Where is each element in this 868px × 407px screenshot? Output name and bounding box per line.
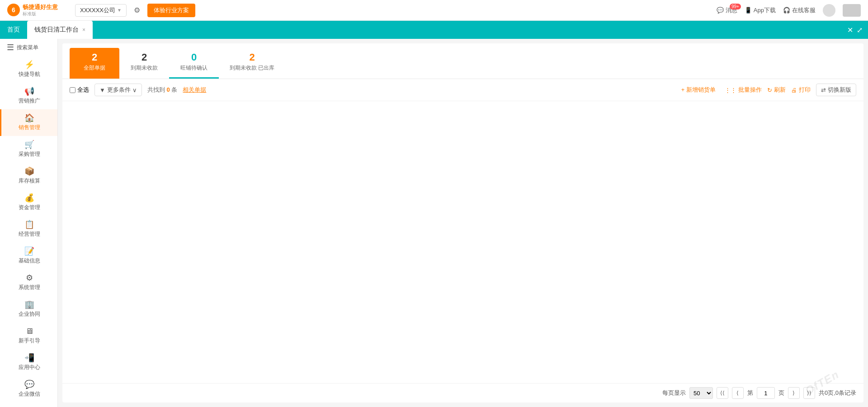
main-layout: ☰ 搜索菜单 ⚡ 快捷导航 📢 营销推广 🏠 销售管理 🛒 采购管理 📦 库存核…: [0, 39, 868, 407]
settings-icon[interactable]: ⚙: [130, 4, 144, 17]
batch-label: 批量操作: [738, 86, 762, 94]
logo-icon: 6: [7, 4, 20, 16]
print-label: 打印: [799, 86, 811, 94]
logo-area: 6 畅捷通好生意 标准版: [7, 4, 58, 17]
toolbar-right: + 新增销货单 ⋮⋮ 批量操作 ↻ 刷新 🖨 打印 ⇄: [678, 84, 856, 96]
guide-icon: 🖥: [25, 327, 33, 335]
tab-close-window-icon[interactable]: ✕: [847, 26, 853, 34]
sidebar-item-enterprise[interactable]: 🏢 企业协同: [0, 296, 57, 323]
result-prefix: 共找到: [147, 86, 165, 93]
top-header: 6 畅捷通好生意 标准版 XXXXXX公司 ▼ ⚙ 体验行业方案 💬 消息 99…: [0, 0, 868, 21]
company-selector[interactable]: XXXXXX公司 ▼: [75, 4, 127, 17]
per-page-select[interactable]: 20 50 100 200: [689, 387, 713, 399]
stat-number-overdue: 2: [142, 51, 147, 63]
current-page-input[interactable]: [757, 387, 775, 399]
last-page-button[interactable]: ⟩⟩: [803, 387, 815, 399]
sidebar-item-quick-nav[interactable]: ⚡ 快捷导航: [0, 56, 57, 83]
result-text: 共找到 0 条: [147, 86, 177, 94]
sidebar-label-search: 搜索菜单: [17, 44, 38, 51]
sidebar-item-purchase[interactable]: 🛒 采购管理: [0, 136, 57, 163]
first-page-button[interactable]: ⟨⟨: [717, 387, 728, 399]
sidebar-item-wechat[interactable]: 💬 企业微信: [0, 376, 57, 402]
enterprise-icon: 🏢: [24, 300, 34, 309]
industry-button[interactable]: 体验行业方案: [147, 4, 195, 17]
sidebar-label-basics: 基础信息: [19, 257, 40, 265]
avatar[interactable]: [823, 4, 835, 17]
system-icon: ⚙: [26, 274, 33, 282]
header-right: 💬 消息 99+ 📱 App下载 🎧 在线客服: [717, 4, 861, 17]
sidebar-item-member[interactable]: V 畅会员: [0, 402, 57, 407]
per-page-label: 每页显示: [662, 389, 686, 397]
pagination: 每页显示 20 50 100 200 ⟨⟨ ⟨ 第 页 ⟩ ⟩⟩ 共0页,0条记…: [62, 383, 863, 402]
stat-tab-pending[interactable]: 0 旺铺待确认: [169, 48, 219, 79]
stat-number-shipped: 2: [250, 51, 255, 63]
avatar-extra[interactable]: [843, 4, 861, 17]
sidebar-item-basics[interactable]: 📝 基础信息: [0, 243, 57, 269]
capital-icon: 💰: [24, 194, 34, 202]
sidebar-item-system[interactable]: ⚙ 系统管理: [0, 269, 57, 296]
company-dropdown-arrow: ▼: [117, 8, 122, 13]
stat-tab-all[interactable]: 2 全部单据: [70, 48, 119, 79]
marketing-icon: 📢: [24, 87, 34, 95]
app-download-action[interactable]: 📱 App下载: [745, 6, 776, 14]
sidebar-label-app-center: 应用中心: [19, 364, 40, 371]
search-menu-icon: ☰: [7, 43, 14, 51]
sidebar-item-marketing[interactable]: 📢 营销推广: [0, 83, 57, 109]
sidebar-label-capital: 资金管理: [19, 204, 40, 211]
sidebar-item-capital[interactable]: 💰 资金管理: [0, 189, 57, 216]
filter-label: 更多条件: [107, 86, 131, 94]
filter-icon: ▼: [99, 87, 105, 94]
logo-text: 畅捷通好生意 标准版: [23, 4, 58, 17]
stat-number-all: 2: [92, 51, 97, 63]
stat-tab-shipped[interactable]: 2 到期未收款 已出库: [219, 48, 285, 79]
logo-title: 畅捷通好生意: [23, 4, 58, 11]
related-records-link[interactable]: 相关单据: [183, 86, 206, 94]
sidebar-label-sales: 销售管理: [19, 124, 40, 131]
select-all-label: 全选: [77, 86, 89, 94]
select-all-input[interactable]: [70, 87, 75, 93]
tab-workbench-label: 钱货日清工作台: [34, 26, 79, 34]
stat-label-pending: 旺铺待确认: [180, 64, 208, 72]
inventory-icon: 📦: [24, 167, 34, 175]
stat-label-shipped: 到期未收款 已出库: [230, 64, 274, 72]
content-area: 2 全部单据 2 到期未收款 0 旺铺待确认 2 到期未收款 已出库: [58, 39, 868, 407]
tab-workbench[interactable]: 钱货日清工作台 ×: [27, 21, 93, 39]
tab-expand-icon[interactable]: ⤢: [857, 26, 863, 34]
switch-version-button[interactable]: ⇄ 切换新版: [816, 84, 856, 96]
sidebar-item-search-menu[interactable]: ☰ 搜索菜单: [0, 39, 57, 56]
message-icon: 💬: [717, 7, 724, 14]
sidebar-item-sales[interactable]: 🏠 销售管理: [0, 109, 57, 136]
batch-operation-button[interactable]: ⋮⋮ 批量操作: [725, 86, 762, 94]
tab-bar: 首页 钱货日清工作台 × ✕ ⤢: [0, 21, 868, 39]
online-service-action[interactable]: 🎧 在线客服: [783, 6, 816, 14]
toolbar: 全选 ▼ 更多条件 ∨ 共找到 0 条 相关单据 + 新增销货单: [62, 79, 863, 101]
sidebar-label-system: 系统管理: [19, 284, 40, 291]
tab-home[interactable]: 首页: [0, 21, 27, 39]
online-service-icon: 🎧: [783, 7, 790, 14]
tab-bar-right: ✕ ⤢: [847, 26, 868, 34]
stats-tabs: 2 全部单据 2 到期未收款 0 旺铺待确认 2 到期未收款 已出库: [62, 43, 863, 79]
sidebar-item-guide[interactable]: 🖥 新手引导: [0, 323, 57, 349]
filter-button[interactable]: ▼ 更多条件 ∨: [94, 84, 142, 96]
add-sales-button[interactable]: + 新增销货单: [678, 84, 719, 96]
switch-icon: ⇄: [821, 87, 826, 94]
message-action[interactable]: 💬 消息 99+: [717, 6, 737, 14]
sidebar-item-operation[interactable]: 📋 经营管理: [0, 216, 57, 243]
batch-icon: ⋮⋮: [725, 87, 736, 94]
quick-nav-icon: ⚡: [24, 61, 34, 69]
sales-icon: 🏠: [24, 114, 34, 122]
select-all-checkbox[interactable]: 全选: [70, 86, 89, 94]
tab-close-icon[interactable]: ×: [82, 27, 85, 33]
app-download-label: App下载: [754, 6, 776, 14]
sidebar-item-inventory[interactable]: 📦 库存核算: [0, 163, 57, 189]
logo-subtitle: 标准版: [23, 11, 58, 17]
stat-tab-overdue[interactable]: 2 到期未收款: [119, 48, 169, 79]
tab-home-label: 首页: [7, 26, 20, 34]
sidebar-item-app-center[interactable]: 📲 应用中心: [0, 349, 57, 376]
refresh-button[interactable]: ↻ 刷新: [767, 86, 786, 94]
print-button[interactable]: 🖨 打印: [791, 86, 811, 94]
next-page-button[interactable]: ⟩: [788, 387, 800, 399]
prev-page-button[interactable]: ⟨: [732, 387, 744, 399]
toolbar-left: 全选 ▼ 更多条件 ∨ 共找到 0 条 相关单据: [70, 84, 672, 96]
switch-label: 切换新版: [828, 86, 851, 94]
